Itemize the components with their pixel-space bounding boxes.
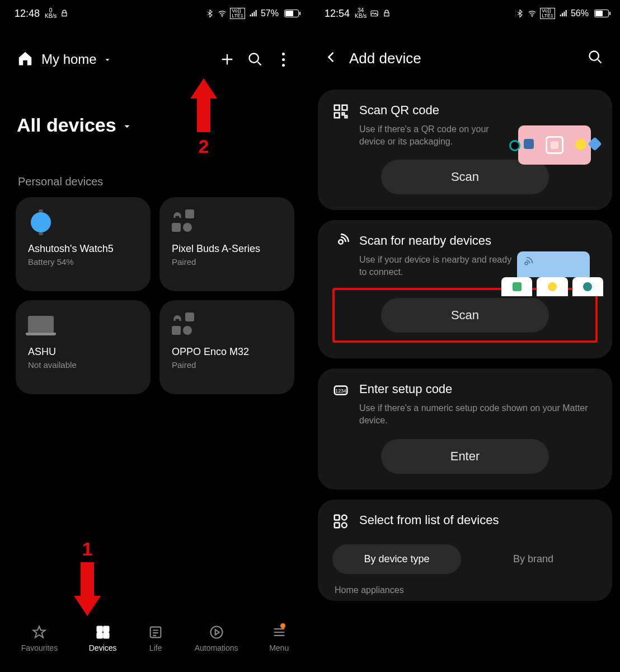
device-title: ASHU	[28, 346, 138, 358]
add-button[interactable]	[217, 49, 237, 69]
card-scan-qr: Scan QR code Use if there's a QR code on…	[318, 90, 612, 210]
battery-percent: 57%	[261, 8, 279, 18]
status-time: 12:48	[15, 8, 40, 20]
device-subtitle: Paired	[172, 360, 282, 370]
svg-point-1	[250, 54, 259, 63]
page-title: Add device	[349, 50, 577, 67]
battery-icon	[594, 10, 609, 17]
bluetooth-icon	[205, 9, 214, 18]
device-subtitle: Battery 54%	[28, 257, 138, 267]
card-title: Select from list of devices	[359, 513, 499, 528]
svg-text:1234: 1234	[335, 388, 346, 394]
card-description: Use if your device is nearby and ready t…	[359, 254, 516, 278]
tab-by-brand[interactable]: By brand	[469, 544, 598, 574]
svg-point-0	[222, 16, 223, 17]
nav-label: Automations	[195, 643, 238, 652]
svg-point-21	[342, 522, 347, 528]
back-button[interactable]	[323, 49, 339, 67]
svg-rect-2	[97, 627, 102, 632]
location-dropdown[interactable]: My home	[41, 52, 111, 67]
watch-icon	[31, 212, 51, 232]
app-header: My home	[0, 27, 310, 81]
card-description: Use if there's a numeric setup code show…	[359, 402, 594, 426]
device-card-watch[interactable]: Ashutosh's Watch5 Battery 54%	[16, 197, 151, 291]
nav-favourites[interactable]: Favourites	[21, 624, 58, 652]
device-card-oppo-enco[interactable]: OPPO Enco M32 Paired	[159, 300, 294, 394]
device-title: Ashutosh's Watch5	[28, 243, 138, 255]
card-scan-nearby: Scan for nearby devices Use if your devi…	[318, 220, 612, 358]
nav-label: Menu	[269, 643, 289, 652]
device-subtitle: Paired	[172, 257, 282, 267]
nav-devices[interactable]: Devices	[89, 624, 117, 652]
svg-rect-12	[342, 105, 347, 110]
signal-icon	[248, 9, 257, 18]
scan-nearby-button[interactable]: Scan	[381, 298, 549, 333]
status-bar: 12:54 34 KB/s Vo))LTE1 56%	[310, 0, 620, 27]
svg-rect-20	[335, 522, 340, 528]
chevron-down-icon	[104, 52, 111, 67]
device-card-ashu[interactable]: ASHU Not available	[16, 300, 151, 394]
network-speed: 0 KB/s	[45, 8, 57, 19]
svg-point-7	[210, 627, 222, 638]
svg-rect-11	[335, 105, 340, 110]
search-button[interactable]	[245, 49, 265, 69]
svg-rect-3	[104, 627, 109, 632]
home-icon	[17, 50, 34, 69]
list-icon	[332, 513, 349, 530]
svg-point-15	[525, 262, 528, 265]
svg-rect-13	[335, 113, 340, 118]
earbuds-icon	[172, 312, 196, 335]
status-bar: 12:48 0 KB/s Vo))LTE1 57%	[0, 0, 310, 27]
bluetooth-icon	[515, 9, 524, 18]
network-speed: 34 KB/s	[355, 8, 367, 19]
card-description: Use if there's a QR code on your device …	[359, 123, 516, 147]
svg-point-9	[532, 16, 533, 17]
wifi-icon	[528, 9, 537, 18]
card-title: Enter setup code	[359, 382, 594, 396]
card-select-list: Select from list of devices By device ty…	[318, 500, 612, 601]
chevron-down-icon	[122, 114, 132, 136]
search-button[interactable]	[588, 49, 603, 67]
filter-dropdown[interactable]: All devices	[0, 81, 310, 153]
more-menu-button[interactable]	[273, 49, 293, 69]
page-header: Add device	[310, 27, 620, 84]
nav-automations[interactable]: Automations	[195, 624, 238, 652]
svg-rect-5	[104, 633, 109, 638]
device-title: OPPO Enco M32	[172, 346, 282, 358]
tab-by-device-type[interactable]: By device type	[332, 544, 461, 574]
svg-point-19	[342, 515, 347, 520]
screen-devices: 12:48 0 KB/s Vo))LTE1 57%	[0, 0, 310, 672]
nav-menu[interactable]: Menu	[269, 624, 289, 652]
card-title: Scan QR code	[359, 103, 516, 118]
laptop-icon	[28, 316, 54, 333]
qr-illustration	[507, 123, 602, 168]
gallery-icon	[370, 9, 379, 18]
enter-code-button[interactable]: Enter	[381, 439, 549, 474]
svg-rect-18	[335, 515, 340, 520]
earbuds-icon	[172, 209, 196, 232]
device-grid: Ashutosh's Watch5 Battery 54% Pixel Buds…	[0, 197, 310, 394]
radar-icon	[332, 234, 349, 250]
nav-label: Favourites	[21, 643, 58, 652]
lock-icon	[382, 9, 391, 18]
card-title: Scan for nearby devices	[359, 234, 516, 248]
section-home-appliances: Home appliances	[332, 574, 598, 595]
battery-icon	[284, 10, 299, 17]
signal-icon	[558, 9, 567, 18]
device-card-pixel-buds[interactable]: Pixel Buds A-Series Paired	[159, 197, 294, 291]
card-setup-code: 1234 Enter setup code Use if there's a n…	[318, 368, 612, 489]
status-time: 12:54	[325, 8, 350, 20]
wifi-icon	[218, 9, 227, 18]
volte-icon: Vo))LTE1	[540, 8, 555, 19]
svg-point-10	[590, 52, 599, 60]
qr-icon	[332, 103, 349, 120]
nearby-illustration	[499, 251, 605, 296]
volte-icon: Vo))LTE1	[230, 8, 245, 19]
nav-life[interactable]: Life	[148, 624, 163, 652]
screen-add-device: 12:54 34 KB/s Vo))LTE1 56%	[310, 0, 620, 672]
svg-rect-4	[97, 633, 102, 638]
code-icon: 1234	[332, 382, 349, 399]
annotation-arrow-1: 1	[74, 538, 101, 616]
device-title: Pixel Buds A-Series	[172, 243, 282, 255]
lock-icon	[60, 9, 69, 18]
